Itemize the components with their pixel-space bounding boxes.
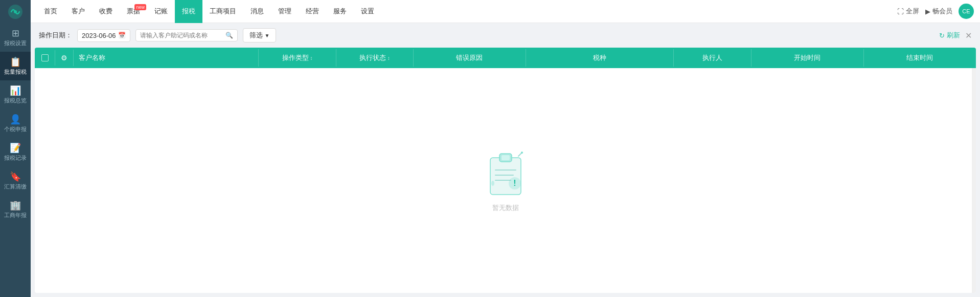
main-wrapper: 首页 客户 收费 票据 new 记账 报税 工商项目 消息 xyxy=(31,0,980,297)
svg-rect-4 xyxy=(502,155,510,160)
th-client-label: 客户名称 xyxy=(79,53,105,62)
refresh-button[interactable]: ↻ 刷新 xyxy=(939,31,960,40)
scrollbar-track[interactable] xyxy=(972,68,976,293)
close-button[interactable]: ✕ xyxy=(965,31,972,40)
piao-badge: new xyxy=(134,4,146,11)
svg-text:!: ! xyxy=(513,179,516,187)
baoshui-jilu-icon: 📝 xyxy=(10,142,21,154)
nav-gongshang[interactable]: 工商项目 xyxy=(202,0,243,23)
nav-jingying[interactable]: 经营 xyxy=(299,0,326,23)
video-icon: ▶ xyxy=(925,8,930,15)
chevron-down-icon: ▼ xyxy=(265,33,270,38)
date-value: 2023-06-06 xyxy=(82,32,116,39)
date-picker[interactable]: 2023-06-06 📅 xyxy=(77,29,130,42)
empty-state: ! 暂无数据 xyxy=(475,138,536,223)
search-icon: 🔍 xyxy=(225,32,233,39)
topnav-items: 首页 客户 收费 票据 new 记账 报税 工商项目 消息 xyxy=(37,0,897,23)
sidebar-item-label: 报税记录 xyxy=(4,155,27,161)
content-area: 操作日期： 2023-06-06 📅 🔍 筛选 ▼ ↻ 刷新 ✕ xyxy=(31,23,980,297)
th-status[interactable]: 执行状态 ↕ xyxy=(336,49,414,67)
sidebar-item-label: 工商年报 xyxy=(4,212,27,219)
nav-customer[interactable]: 客户 xyxy=(64,0,92,23)
geshuishenbaao-icon: 👤 xyxy=(10,114,21,125)
th-start: 开始时间 xyxy=(751,49,864,67)
th-executor: 执行人 xyxy=(674,49,751,67)
table-body: ! 暂无数据 xyxy=(35,68,976,293)
sidebar-item-geshuishenbaao[interactable]: 👤 个税申报 xyxy=(0,109,31,138)
th-checkbox[interactable] xyxy=(35,50,55,66)
nav-fuwu[interactable]: 服务 xyxy=(326,0,354,23)
fullscreen-icon: ⛶ xyxy=(897,8,904,15)
search-box[interactable]: 🔍 xyxy=(135,29,238,41)
date-label: 操作日期： xyxy=(39,31,72,40)
select-all-checkbox[interactable] xyxy=(41,54,49,61)
sidebar-item-piliang-baoshui[interactable]: 📋 批量报税 xyxy=(0,52,31,80)
sidebar-logo xyxy=(0,0,31,23)
fullscreen-label: 全屏 xyxy=(906,7,919,16)
member-label: 畅会员 xyxy=(932,7,952,16)
filter-button[interactable]: 筛选 ▼ xyxy=(243,28,277,43)
th-error: 错误原因 xyxy=(414,49,526,67)
piliang-baoshui-icon: 📋 xyxy=(10,56,21,68)
sort-type-icon: ↕ xyxy=(310,55,313,61)
th-client: 客户名称 xyxy=(74,49,259,67)
svg-point-11 xyxy=(521,152,523,154)
table-header: ⚙ 客户名称 操作类型 ↕ 执行状态 ↕ 错误原因 税种 xyxy=(35,48,976,68)
svg-point-1 xyxy=(14,10,17,13)
refresh-label: 刷新 xyxy=(947,31,960,40)
sidebar-item-label: 汇算清缴 xyxy=(4,183,27,190)
calendar-icon: 📅 xyxy=(118,32,126,39)
topnav-right: ⛶ 全屏 ▶ 畅会员 CE xyxy=(897,4,974,19)
baoshui-zonglam-icon: 📊 xyxy=(10,85,21,96)
th-start-label: 开始时间 xyxy=(794,53,821,62)
th-gear[interactable]: ⚙ xyxy=(55,50,74,66)
th-type[interactable]: 操作类型 ↕ xyxy=(259,49,336,67)
nav-guanli[interactable]: 管理 xyxy=(271,0,299,23)
search-input[interactable] xyxy=(140,32,225,39)
close-icon: ✕ xyxy=(965,31,972,40)
th-end: 结束时间 xyxy=(864,49,976,67)
toolbar: 操作日期： 2023-06-06 📅 🔍 筛选 ▼ ↻ 刷新 ✕ xyxy=(31,23,980,48)
huisuan-jiaoshu-icon: 🔖 xyxy=(10,171,21,182)
nav-shezhi[interactable]: 设置 xyxy=(354,0,381,23)
gongshang-nianbao-icon: 🏢 xyxy=(10,200,21,211)
th-error-label: 错误原因 xyxy=(456,53,483,62)
gear-icon[interactable]: ⚙ xyxy=(61,54,67,62)
sidebar-item-label: 报税总览 xyxy=(4,97,27,104)
th-tax: 税种 xyxy=(526,49,674,67)
sidebar-item-baoshui-shezhi[interactable]: ⊞ 报税设置 xyxy=(0,23,31,52)
table-wrapper: ⚙ 客户名称 操作类型 ↕ 执行状态 ↕ 错误原因 税种 xyxy=(35,48,976,293)
nav-home[interactable]: 首页 xyxy=(37,0,64,23)
sidebar-item-baoshui-zonglam[interactable]: 📊 报税总览 xyxy=(0,80,31,109)
svg-point-12 xyxy=(491,181,494,186)
nav-piao[interactable]: 票据 new xyxy=(120,0,147,23)
empty-text: 暂无数据 xyxy=(492,203,519,213)
th-tax-label: 税种 xyxy=(593,53,606,62)
th-status-label: 执行状态 xyxy=(359,53,386,62)
avatar-text: CE xyxy=(962,8,970,14)
baoshui-shezhi-icon: ⊞ xyxy=(12,28,19,39)
nav-jiz[interactable]: 记账 xyxy=(147,0,175,23)
sidebar-item-baoshui-jilu[interactable]: 📝 报税记录 xyxy=(0,138,31,166)
th-executor-label: 执行人 xyxy=(702,53,722,62)
topnav: 首页 客户 收费 票据 new 记账 报税 工商项目 消息 xyxy=(31,0,980,23)
fullscreen-button[interactable]: ⛶ 全屏 xyxy=(897,7,919,16)
sidebar: ⊞ 报税设置 📋 批量报税 📊 报税总览 👤 个税申报 📝 报税记录 🔖 汇算清… xyxy=(0,0,31,297)
filter-label: 筛选 xyxy=(249,31,263,40)
empty-icon: ! xyxy=(485,148,526,197)
avatar[interactable]: CE xyxy=(959,4,974,19)
th-type-label: 操作类型 xyxy=(282,53,309,62)
nav-baoshui[interactable]: 报税 xyxy=(175,0,202,23)
nav-xiaoxi[interactable]: 消息 xyxy=(243,0,271,23)
refresh-icon: ↻ xyxy=(939,32,945,39)
member-button[interactable]: ▶ 畅会员 xyxy=(925,7,952,16)
sidebar-item-label: 批量报税 xyxy=(4,69,27,75)
sidebar-item-gongshang-nianbao[interactable]: 🏢 工商年报 xyxy=(0,195,31,224)
sidebar-item-label: 个税申报 xyxy=(4,126,27,133)
sidebar-item-huisuan-jiaoshu[interactable]: 🔖 汇算清缴 xyxy=(0,166,31,195)
sort-status-icon: ↕ xyxy=(388,55,390,61)
nav-shoufei[interactable]: 收费 xyxy=(92,0,120,23)
th-end-label: 结束时间 xyxy=(906,53,933,62)
sidebar-item-label: 报税设置 xyxy=(4,40,27,47)
